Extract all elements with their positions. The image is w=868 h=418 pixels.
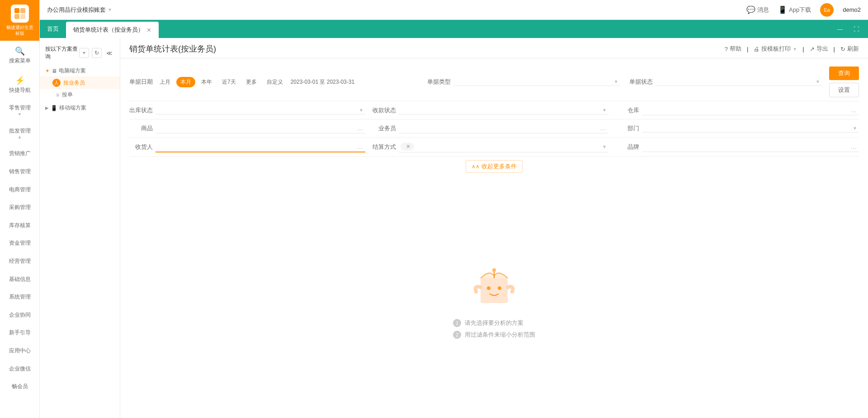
receiver-dots-icon[interactable]: … bbox=[357, 143, 363, 150]
collapse-button[interactable]: ∧∧ 收起更多条件 bbox=[466, 160, 523, 173]
salesperson-dots-icon[interactable]: … bbox=[600, 124, 607, 132]
out-status-select[interactable]: ▼ bbox=[156, 106, 365, 114]
brand-input[interactable]: … bbox=[642, 142, 859, 152]
message-icon: 💬 bbox=[746, 5, 755, 14]
doc-type-select[interactable]: ▼ bbox=[453, 78, 620, 86]
receiver-input[interactable]: … bbox=[156, 142, 365, 152]
tab-maximize-button[interactable]: ⛶ bbox=[850, 23, 863, 35]
export-action[interactable]: ↗ 导出 bbox=[810, 45, 828, 53]
sidebar-item-app-center[interactable]: 应用中心 bbox=[0, 342, 39, 360]
sidebar-item-member[interactable]: 畅会员 bbox=[0, 378, 39, 396]
goods-cell: 商品 … bbox=[129, 119, 373, 137]
account-selector[interactable]: 办公用品行业模拟账套 ▼ bbox=[47, 6, 112, 14]
help-action[interactable]: ? 帮助 bbox=[725, 45, 741, 53]
sidebar-item-sales[interactable]: 销售管理 bbox=[0, 163, 39, 181]
mobile-section: ▶ 📱 移动端方案 bbox=[40, 102, 120, 114]
sidebar-item-inventory[interactable]: 库存核算 bbox=[0, 217, 39, 235]
panel-header: 按以下方案查询 + ↻ ≪ bbox=[40, 43, 120, 63]
desktop-section: ▼ 🖥 电脑端方案 人 按业务员 ≡ 按单 bbox=[40, 65, 120, 100]
app-download-action[interactable]: 📱 App下载 bbox=[778, 5, 811, 14]
message-action[interactable]: 💬 消息 bbox=[746, 5, 769, 14]
settlement-tag-close[interactable]: ✕ bbox=[406, 143, 410, 150]
add-plan-button[interactable]: + bbox=[79, 48, 89, 58]
sidebar-item-operations[interactable]: 经营管理 bbox=[0, 252, 39, 271]
date-filter-cell: 单据日期 上月 本月 本年 近7天 更多 自定义 2023-03-01 至 20… bbox=[129, 77, 418, 87]
sidebar-item-quick-nav[interactable]: ⚡ 快捷导航 bbox=[0, 70, 39, 100]
goods-dots-icon[interactable]: … bbox=[357, 124, 363, 132]
tab-minimize-button[interactable]: — bbox=[834, 23, 846, 35]
mobile-device-icon: 📱 bbox=[51, 105, 57, 111]
date-btn-last-month[interactable]: 上月 bbox=[156, 77, 175, 87]
right-panel: 销货单统计表(按业务员) ? 帮助 | 🖨 按模板打印 ▼ | ↗ bbox=[120, 38, 868, 418]
quick-nav-icon: ⚡ bbox=[15, 76, 25, 86]
date-range-display: 2023-03-01 至 2023-03-31 bbox=[291, 78, 354, 86]
tab-sales-stat[interactable]: 销货单统计表（按业务员） ✕ bbox=[66, 22, 159, 38]
collect-status-select[interactable]: ▼ bbox=[399, 106, 609, 114]
svg-point-6 bbox=[498, 286, 501, 290]
brand-cell: 品牌 … bbox=[616, 138, 859, 156]
tab-home[interactable]: 首页 bbox=[40, 20, 66, 38]
dept-select[interactable]: ▼ bbox=[642, 124, 859, 133]
print-icon: 🖨 bbox=[754, 46, 760, 52]
sidebar-item-basics[interactable]: 基础信息 bbox=[0, 271, 39, 289]
plan-sub-by-order[interactable]: ≡ 按单 bbox=[40, 89, 120, 100]
sidebar-item-wholesale[interactable]: 批发管理 ▲ bbox=[0, 122, 39, 145]
sidebar: 畅捷通好生意 标版 🔍 搜索菜单 ⚡ 快捷导航 零售管理 ▼ 批发管理 ▲ 营销… bbox=[0, 0, 40, 418]
collect-status-chevron-icon: ▼ bbox=[602, 108, 607, 113]
refresh-action[interactable]: ↻ 刷新 bbox=[840, 45, 859, 53]
filter-row-3: 商品 … 业务员 … 部门 bbox=[129, 119, 859, 138]
search-nav-icon: 🔍 bbox=[15, 46, 25, 56]
sidebar-item-marketing[interactable]: 营销推广 bbox=[0, 145, 39, 163]
settlement-chevron-icon: ▼ bbox=[602, 144, 607, 149]
sidebar-item-ecommerce[interactable]: 电商管理 bbox=[0, 181, 39, 199]
warehouse-cell: 仓库 … bbox=[616, 101, 859, 119]
date-btn-7days[interactable]: 近7天 bbox=[218, 77, 240, 87]
tip-num-1: 1 bbox=[453, 319, 461, 327]
header-right: 💬 消息 📱 App下载 Ea demo2 bbox=[746, 3, 861, 17]
sidebar-item-search[interactable]: 🔍 搜索菜单 bbox=[0, 41, 39, 70]
doc-status-select[interactable]: ▼ bbox=[656, 78, 822, 86]
collapse-panel-button[interactable]: ≪ bbox=[104, 48, 114, 58]
settlement-tag: ✕ bbox=[401, 142, 414, 151]
date-btn-more[interactable]: 更多 bbox=[242, 77, 261, 87]
template-print-action[interactable]: 🖨 按模板打印 ▼ bbox=[754, 45, 797, 53]
sidebar-item-wechat[interactable]: 企业微信 bbox=[0, 360, 39, 378]
tip-num-2: 2 bbox=[453, 331, 461, 339]
settings-button[interactable]: 设置 bbox=[829, 83, 859, 97]
sidebar-item-newbie[interactable]: 新手引导 bbox=[0, 324, 39, 342]
sidebar-item-enterprise[interactable]: 企业协同 bbox=[0, 306, 39, 324]
refresh-plan-button[interactable]: ↻ bbox=[92, 48, 102, 58]
goods-input[interactable]: … bbox=[156, 123, 365, 133]
page-title: 销货单统计表(按业务员) bbox=[129, 43, 216, 54]
date-btn-custom[interactable]: 自定义 bbox=[263, 77, 287, 87]
svg-rect-1 bbox=[20, 8, 25, 13]
date-btn-this-month[interactable]: 本月 bbox=[176, 77, 195, 87]
sidebar-item-retail[interactable]: 零售管理 ▼ bbox=[0, 99, 39, 122]
warehouse-input[interactable]: … bbox=[642, 105, 859, 115]
desktop-section-header[interactable]: ▼ 🖥 电脑端方案 bbox=[40, 65, 120, 76]
tab-close-icon[interactable]: ✕ bbox=[146, 27, 151, 33]
date-btn-this-year[interactable]: 本年 bbox=[197, 77, 216, 87]
query-button[interactable]: 查询 bbox=[829, 66, 859, 80]
tab-actions: — ⛶ bbox=[828, 23, 868, 35]
panel-header-actions: + ↻ ≪ bbox=[79, 48, 114, 58]
sidebar-item-purchase[interactable]: 采购管理 bbox=[0, 199, 39, 217]
plan-item-by-salesperson[interactable]: 人 按业务员 bbox=[40, 76, 120, 89]
warehouse-dots-icon[interactable]: … bbox=[850, 106, 857, 114]
out-status-chevron-icon: ▼ bbox=[359, 108, 363, 113]
logo-area[interactable]: 畅捷通好生意 标版 bbox=[0, 0, 39, 41]
empty-tips: 1 请先选择要分析的方案 2 用过滤条件来缩小分析范围 bbox=[453, 319, 535, 339]
empty-state: 1 请先选择要分析的方案 2 用过滤条件来缩小分析范围 bbox=[120, 176, 868, 418]
sidebar-item-finance[interactable]: 资金管理 bbox=[0, 234, 39, 252]
desktop-expand-icon: ▼ bbox=[45, 68, 50, 73]
salesperson-input[interactable]: … bbox=[399, 123, 609, 133]
brand-dots-icon[interactable]: … bbox=[850, 143, 857, 150]
settlement-select[interactable]: ✕ ▼ bbox=[399, 141, 609, 152]
receiver-cell: 收货人 … bbox=[129, 138, 373, 156]
salesperson-cell: 业务员 … bbox=[373, 119, 616, 137]
user-avatar[interactable]: Ea bbox=[820, 3, 834, 17]
left-panel: 按以下方案查询 + ↻ ≪ ▼ 🖥 电脑端方案 人 按业务员 bbox=[40, 38, 120, 418]
filter-section: 单据日期 上月 本月 本年 近7天 更多 自定义 2023-03-01 至 20… bbox=[120, 58, 868, 176]
sidebar-item-system[interactable]: 系统管理 bbox=[0, 288, 39, 306]
mobile-section-header[interactable]: ▶ 📱 移动端方案 bbox=[40, 102, 120, 114]
